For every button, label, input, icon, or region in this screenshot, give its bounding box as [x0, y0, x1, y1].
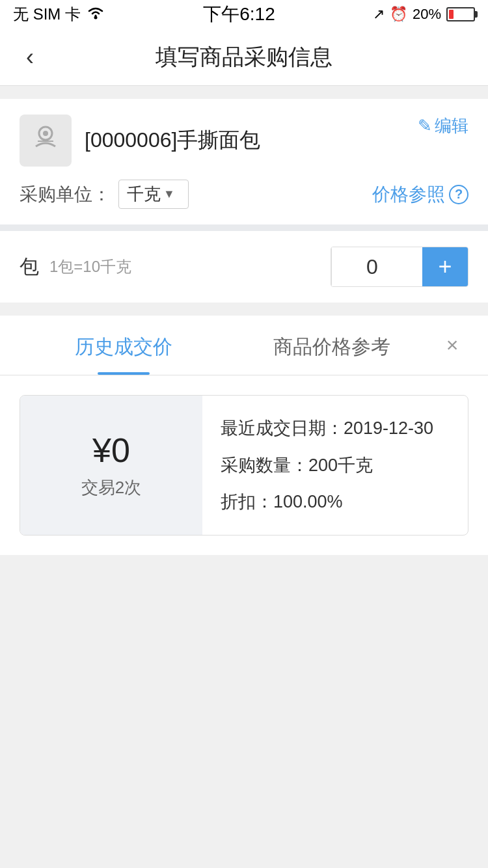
tab-close-button[interactable]: × [436, 329, 468, 362]
unit-arrow: ▼ [163, 187, 175, 201]
product-header: [0000006]手撕面包 ✎ 编辑 [20, 115, 468, 167]
quantity-row: 包 1包=10千克 + [0, 231, 488, 303]
price-ref-button[interactable]: 价格参照 ? [372, 182, 468, 207]
product-card: [0000006]手撕面包 ✎ 编辑 采购单位： 千克 ▼ 价格参照 ? [0, 99, 488, 224]
nav-bar: ‹ 填写商品采购信息 [0, 29, 488, 86]
purchase-qty-label: 采购数量： [221, 455, 308, 475]
wifi-icon [86, 5, 105, 23]
unit-label-text: 采购单位： [20, 182, 111, 207]
edit-button[interactable]: ✎ 编辑 [418, 115, 468, 137]
price-ref-label: 价格参照 [372, 182, 445, 207]
quantity-plus-button[interactable]: + [422, 247, 468, 286]
quantity-controls: + [331, 247, 468, 287]
bottom-area [0, 555, 488, 869]
history-recent-date-row: 最近成交日期：2019-12-30 [221, 415, 450, 442]
unit-value: 千克 [127, 183, 161, 206]
history-trade-count: 交易2次 [81, 476, 141, 499]
edit-icon: ✎ [418, 116, 432, 136]
recent-date-label: 最近成交日期： [221, 418, 344, 438]
history-content: ¥0 交易2次 最近成交日期：2019-12-30 采购数量：200千克 折扣：… [0, 375, 488, 555]
product-logo [20, 115, 72, 167]
tab-history-price[interactable]: 历史成交价 [20, 316, 228, 375]
divider [0, 224, 488, 231]
history-card-left: ¥0 交易2次 [20, 396, 202, 535]
tab-price-ref-label: 商品价格参考 [273, 336, 390, 357]
quantity-left: 包 1包=10千克 [20, 254, 131, 280]
product-meta: 采购单位： 千克 ▼ 价格参照 ? [20, 180, 468, 209]
history-price: ¥0 [92, 431, 130, 470]
tabs-header: 历史成交价 商品价格参考 × [0, 316, 488, 375]
svg-point-0 [94, 16, 98, 20]
history-card: ¥0 交易2次 最近成交日期：2019-12-30 采购数量：200千克 折扣：… [20, 395, 468, 536]
tabs-container: 历史成交价 商品价格参考 × ¥0 交易2次 最近成交日期：2019-12-30… [0, 316, 488, 555]
logo-text [26, 119, 65, 162]
edit-label: 编辑 [435, 115, 468, 137]
quantity-hint: 1包=10千克 [49, 256, 131, 277]
unit-select[interactable]: 千克 ▼ [118, 180, 189, 209]
quantity-input[interactable] [331, 247, 422, 286]
status-left: 无 SIM 卡 [13, 4, 105, 25]
history-purchase-qty-row: 采购数量：200千克 [221, 452, 450, 479]
page-title: 填写商品采购信息 [156, 42, 332, 72]
discount-value: 100.00% [273, 492, 343, 511]
history-discount-row: 折扣：100.00% [221, 489, 450, 515]
quantity-unit: 包 [20, 254, 39, 280]
battery-percent: 20% [413, 6, 441, 23]
tab-history-label: 历史成交价 [75, 336, 172, 357]
location-icon: ↗ [373, 6, 385, 23]
discount-label: 折扣： [221, 492, 273, 511]
price-ref-icon: ? [449, 185, 468, 204]
battery-icon [446, 7, 475, 21]
recent-date-value: 2019-12-30 [344, 418, 433, 438]
status-time: 下午6:12 [203, 2, 275, 27]
product-left: [0000006]手撕面包 [20, 115, 260, 167]
back-button[interactable]: ‹ [20, 37, 40, 77]
purchase-qty-value: 200千克 [308, 455, 373, 475]
carrier-text: 无 SIM 卡 [13, 4, 81, 25]
status-right: ↗ ⏰ 20% [373, 6, 475, 23]
alarm-icon: ⏰ [390, 6, 407, 23]
history-card-right: 最近成交日期：2019-12-30 采购数量：200千克 折扣：100.00% [202, 396, 468, 535]
tab-price-ref[interactable]: 商品价格参考 [228, 316, 436, 375]
unit-label: 采购单位： 千克 ▼ [20, 180, 189, 209]
status-bar: 无 SIM 卡 下午6:12 ↗ ⏰ 20% [0, 0, 488, 29]
product-name: [0000006]手撕面包 [85, 126, 260, 155]
svg-point-2 [43, 131, 48, 136]
